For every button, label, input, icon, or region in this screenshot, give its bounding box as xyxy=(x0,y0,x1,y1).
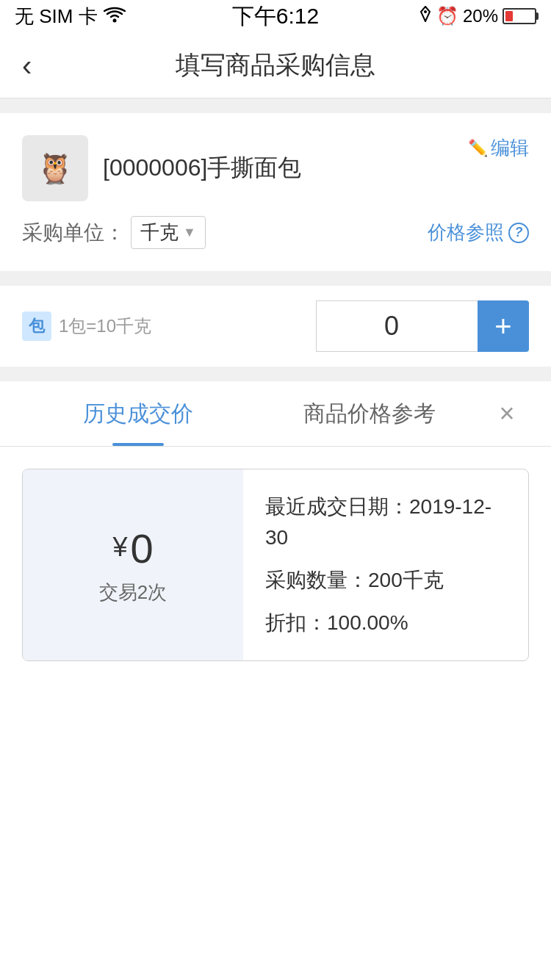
help-icon: ? xyxy=(508,223,529,243)
location-icon xyxy=(419,6,432,26)
price-discount-row: 折扣：100.00% xyxy=(265,608,506,638)
svg-point-1 xyxy=(424,10,427,13)
white-fill-area xyxy=(0,683,551,980)
status-left: 无 SIM 卡 xyxy=(15,4,126,29)
quantity-row: 包 1包=10千克 + xyxy=(0,271,551,367)
dropdown-arrow-icon: ▼ xyxy=(183,225,196,240)
price-card-container: ¥ 0 交易2次 最近成交日期：2019-12-30 采购数量：200千克 折扣… xyxy=(0,447,551,683)
price-value: 0 xyxy=(130,525,153,572)
qty-input-group: + xyxy=(316,300,529,352)
page-title: 填写商品采购信息 xyxy=(176,48,375,82)
wifi-icon xyxy=(104,5,126,28)
price-card-right: 最近成交日期：2019-12-30 采购数量：200千克 折扣：100.00% xyxy=(243,469,528,660)
tab-close-button[interactable]: × xyxy=(485,392,529,436)
tab-product-price-ref[interactable]: 商品价格参考 xyxy=(253,381,485,446)
price-ref-button[interactable]: 价格参照 ? xyxy=(428,220,529,245)
price-card: ¥ 0 交易2次 最近成交日期：2019-12-30 采购数量：200千克 折扣… xyxy=(22,469,529,661)
product-section: 🦉 [0000006]手撕面包 ✏️ 编辑 采购单位： 千克 ▼ 价格参照 ? xyxy=(0,113,551,271)
qty-unit-box: 包 xyxy=(22,311,51,341)
price-qty-row: 采购数量：200千克 xyxy=(265,565,506,596)
battery-icon xyxy=(503,8,536,24)
product-thumbnail: 🦉 xyxy=(22,135,88,201)
unit-label: 采购单位： xyxy=(22,219,125,247)
price-count: 交易2次 xyxy=(99,580,167,605)
tab-panel: 历史成交价 商品价格参考 × ¥ 0 交易2次 最近成交日期：2019-12-3… xyxy=(0,381,551,683)
price-date-row: 最近成交日期：2019-12-30 xyxy=(265,491,506,553)
qty-conversion: 1包=10千克 xyxy=(59,314,151,338)
product-name: [0000006]手撕面包 xyxy=(103,152,301,184)
tab-header: 历史成交价 商品价格参考 × xyxy=(0,381,551,447)
qty-unit-info: 包 1包=10千克 xyxy=(22,311,316,341)
quantity-input[interactable] xyxy=(316,300,478,352)
tab-active-underline xyxy=(112,443,164,446)
status-bar: 无 SIM 卡 下午6:12 ⏰ 20% xyxy=(0,0,551,32)
product-left: 🦉 [0000006]手撕面包 xyxy=(22,135,301,201)
nav-bar: ‹ 填写商品采购信息 xyxy=(0,32,551,98)
yen-symbol: ¥ xyxy=(112,532,127,563)
unit-select[interactable]: 千克 ▼ xyxy=(131,216,206,249)
battery-percent: 20% xyxy=(463,6,498,26)
tab-history-price[interactable]: 历史成交价 xyxy=(22,381,253,446)
edit-icon: ✏️ xyxy=(468,139,488,158)
qty-plus-button[interactable]: + xyxy=(478,300,529,352)
product-header: 🦉 [0000006]手撕面包 ✏️ 编辑 xyxy=(22,135,529,201)
product-unit-row: 采购单位： 千克 ▼ 价格参照 ? xyxy=(22,216,529,249)
price-amount: ¥ 0 xyxy=(112,525,153,572)
svg-point-0 xyxy=(112,18,116,22)
alarm-icon: ⏰ xyxy=(436,6,458,26)
price-card-left: ¥ 0 交易2次 xyxy=(23,469,243,660)
edit-button[interactable]: ✏️ 编辑 xyxy=(468,135,529,161)
back-button[interactable]: ‹ xyxy=(22,51,32,80)
product-image: 🦉 xyxy=(37,151,73,186)
status-right: ⏰ 20% xyxy=(419,6,536,26)
carrier-text: 无 SIM 卡 xyxy=(15,4,98,29)
status-time: 下午6:12 xyxy=(232,1,319,32)
